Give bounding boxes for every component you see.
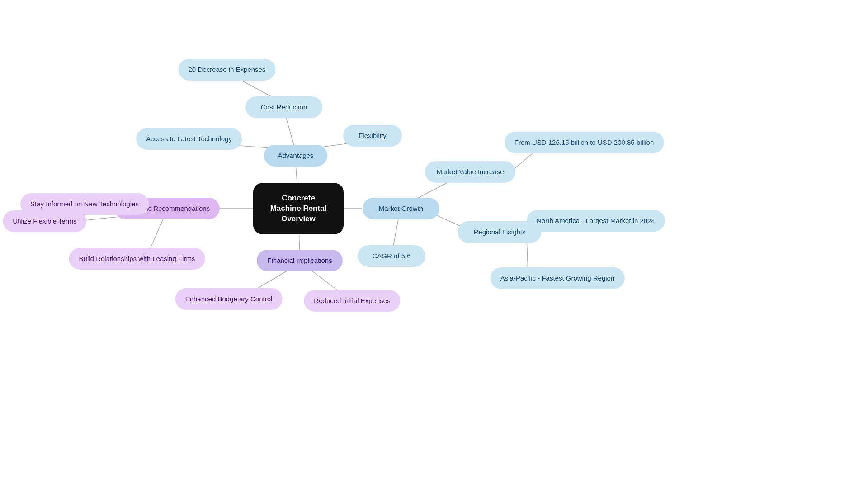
svg-line-8 — [149, 217, 164, 251]
decrease-expenses-node: 20 Decrease in Expenses — [179, 59, 276, 81]
svg-line-18 — [527, 239, 528, 271]
north-america-node: North America - Largest Market in 2024 — [527, 210, 665, 232]
usd-range-node: From USD 126.15 billion to USD 200.85 bi… — [505, 132, 664, 153]
connector-lines — [0, 0, 868, 490]
market-growth-node: Market Growth — [363, 198, 439, 219]
access-technology-node: Access to Latest Technology — [136, 128, 242, 150]
financial-node: Financial Implications — [257, 250, 343, 271]
build-relationships-node: Build Relationships with Leasing Firms — [69, 248, 205, 270]
reduced-initial-node: Reduced Initial Expenses — [304, 290, 400, 312]
cagr-node: CAGR of 5.6 — [358, 245, 425, 267]
mindmap-canvas: Concrete Machine Rental Overview Advanta… — [0, 0, 868, 490]
svg-line-1 — [286, 116, 294, 147]
center-node: Concrete Machine Rental Overview — [253, 183, 344, 234]
utilize-flexible-node: Utilize Flexible Terms — [3, 210, 86, 232]
asia-pacific-node: Asia-Pacific - Fastest Growing Region — [491, 267, 625, 289]
svg-line-13 — [393, 217, 399, 248]
cost-reduction-node: Cost Reduction — [245, 96, 322, 118]
enhanced-budgetary-node: Enhanced Budgetary Control — [175, 288, 283, 310]
market-value-node: Market Value Increase — [425, 161, 515, 183]
advantages-node: Advantages — [264, 145, 327, 167]
flexibility-node: Flexibility — [343, 125, 402, 147]
